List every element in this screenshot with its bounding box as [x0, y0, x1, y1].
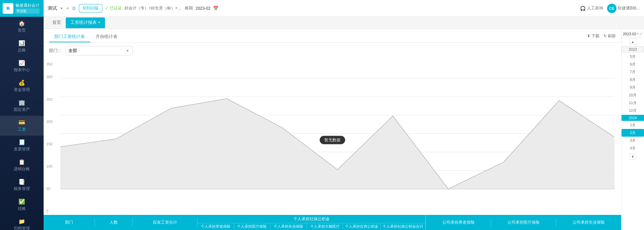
col-dept: 部门	[44, 218, 95, 227]
logo-name: 畅捷通好会计	[15, 3, 40, 8]
refresh-button[interactable]: ↻ 刷新	[603, 33, 616, 39]
month-item-jul[interactable]: 7月	[622, 68, 644, 76]
sidebar-item-checkout[interactable]: ✅ 结账	[0, 195, 44, 215]
sidebar-label-archive: 归档管理	[14, 226, 30, 230]
col-headcount: 人数	[95, 218, 132, 227]
month-item-may[interactable]: 5月	[622, 53, 644, 60]
sub-tab-dept[interactable]: 部门工资统计表	[49, 32, 90, 42]
month-item-apr[interactable]: 4月	[622, 144, 644, 152]
sidebar-item-tax[interactable]: 📑 税务管理	[0, 175, 44, 195]
month-item-mar[interactable]: 3月	[622, 137, 644, 144]
check-icon: ✓	[105, 6, 108, 11]
chevron-down-icon[interactable]: ▼	[60, 6, 63, 10]
date-panel: 2023.02 × ⤢ ▲ 2023 5月 6月 7月 8月 9月 10月 11…	[621, 29, 644, 230]
sidebar-item-sales[interactable]: 📋 进销台账	[0, 155, 44, 175]
dept-select-value: 全部	[68, 48, 77, 54]
month-item-oct[interactable]: 10月	[622, 91, 644, 99]
month-item-feb[interactable]: 2月	[622, 129, 644, 137]
topbar-title: 测试	[48, 5, 57, 11]
main-panel: 部门工资统计表 月份统计表 ⬇ 下载 ↻ 刷新	[44, 29, 621, 230]
tab-home-label: 首页	[52, 20, 61, 25]
y-label-100: 100	[46, 164, 52, 168]
checkout-icon: ✅	[18, 198, 25, 205]
dept-select[interactable]: 全部 ▼	[65, 46, 132, 55]
sub-tab-monthly-label: 月份统计表	[96, 34, 117, 39]
invoice-icon: 🧾	[18, 139, 25, 145]
sales-icon: 📋	[18, 159, 25, 165]
sidebar-item-assets[interactable]: 🏢 固定资产	[0, 96, 44, 116]
month-item-sep[interactable]: 9月	[622, 84, 644, 91]
sidebar-label-sales: 进销台账	[14, 166, 30, 172]
chevron-down-icon: ▼	[126, 49, 129, 53]
chart-tooltip: 暂无数据	[320, 136, 345, 144]
add-button[interactable]: +	[66, 5, 69, 11]
account-type-badge: 好会计（专）+好生意（标）+...	[124, 5, 181, 11]
col-personal-unemploy: 个人承担失业保险	[270, 223, 307, 230]
y-label-50: 50	[46, 187, 50, 191]
user-account-button[interactable]: CE 轻捷通B组...	[607, 4, 640, 13]
period-value: 2023-02	[196, 6, 210, 11]
sidebar-label-tax: 税务管理	[14, 186, 30, 192]
archive-icon: 📁	[18, 218, 25, 225]
month-item-nov[interactable]: 11月	[622, 99, 644, 107]
certified-badge: ✓ 已认证	[105, 5, 122, 11]
tab-home[interactable]: 首页	[48, 17, 66, 28]
sidebar-label-ledger: 总账	[18, 47, 26, 53]
assets-icon: 🏢	[18, 99, 25, 106]
sidebar-label-funds: 资金管理	[14, 87, 30, 93]
sidebar-label-home: 首页	[18, 28, 26, 33]
sidebar-label-checkout: 结账	[18, 206, 26, 212]
refresh-label: 刷新	[608, 33, 616, 39]
y-label-0: 0	[46, 209, 48, 213]
payroll-icon: 💳	[18, 119, 25, 126]
sub-tab-monthly[interactable]: 月份统计表	[90, 32, 123, 42]
col-company-unemploy: 公司承担失业保险	[556, 218, 621, 227]
sidebar-item-ledger[interactable]: 📊 总账	[0, 37, 44, 56]
sidebar-item-home[interactable]: 🏠 首页	[0, 17, 44, 37]
tab-close-icon[interactable]: ×	[98, 20, 100, 25]
y-label-350: 350	[46, 62, 52, 66]
gear-icon[interactable]: ⚙	[72, 6, 76, 11]
month-item-dec[interactable]: 12月	[622, 107, 644, 114]
reports-icon: 📈	[18, 60, 25, 66]
y-label-150: 150	[46, 142, 52, 146]
calendar-icon[interactable]: 📅	[213, 6, 218, 11]
personal-group-label: 个人承担社保公积金	[198, 215, 426, 223]
topbar: 测试 ▼ + ⚙ 切到旧版 ✓ 已认证 好会计（专）+好生意（标）+... 账期…	[44, 0, 644, 17]
month-item-aug[interactable]: 8月	[622, 76, 644, 84]
period-label: 账期	[185, 5, 193, 11]
tabs-bar: 首页 工资统计报表 ×	[44, 17, 644, 29]
panel-down-button[interactable]: ▼	[630, 153, 636, 160]
sidebar-label-invoice: 发票管理	[14, 146, 30, 152]
col-company-medical: 公司承担医疗保险	[491, 218, 556, 227]
sidebar: 畅 畅捷通好会计 专业版 🏠 首页 📊 总账 📈 报表中心 💰 资金管理 🏢 固…	[0, 0, 44, 230]
download-label: 下载	[591, 33, 599, 39]
logo-sub: 专业版	[15, 8, 40, 14]
panel-close-icon[interactable]: ×	[637, 32, 639, 36]
main-area: 测试 ▼ + ⚙ 切到旧版 ✓ 已认证 好会计（专）+好生意（标）+... 账期…	[44, 0, 644, 230]
col-personal-maj-medical: 个人承担大额医疗	[307, 223, 343, 230]
user-service-button[interactable]: 🎧 人工咨询	[580, 5, 603, 11]
month-item-jan[interactable]: 1月	[622, 121, 644, 129]
logo-icon: 畅	[3, 3, 13, 14]
col-personal-old-age: 个人承担养老保险	[198, 223, 234, 230]
ledger-icon: 📊	[18, 40, 25, 46]
date-panel-header: 2023.02	[623, 32, 636, 36]
col-personal-medical: 个人承担医疗保险	[234, 223, 271, 230]
sidebar-item-payroll[interactable]: 💳 工资	[0, 116, 44, 136]
sidebar-item-funds[interactable]: 💰 资金管理	[0, 76, 44, 96]
sidebar-item-invoice[interactable]: 🧾 发票管理	[0, 136, 44, 155]
download-button[interactable]: ⬇ 下载	[587, 33, 599, 39]
year-2024-label: 2024	[622, 115, 644, 121]
y-label-250: 250	[46, 97, 52, 101]
panel-expand-icon[interactable]: ⤢	[639, 32, 643, 36]
tab-payroll[interactable]: 工资统计报表 ×	[66, 17, 105, 28]
sidebar-item-archive[interactable]: 📁 归档管理	[0, 215, 44, 230]
col-personal-total: 个人承担社保公积金合计	[381, 223, 426, 230]
chart-svg	[60, 62, 614, 208]
sidebar-item-reports[interactable]: 📈 报表中心	[0, 56, 44, 76]
panel-up-button[interactable]: ▲	[630, 38, 636, 45]
certified-text: 已认证	[110, 5, 122, 11]
month-item-jun[interactable]: 6月	[622, 60, 644, 68]
switch-version-button[interactable]: 切到旧版	[79, 4, 102, 12]
